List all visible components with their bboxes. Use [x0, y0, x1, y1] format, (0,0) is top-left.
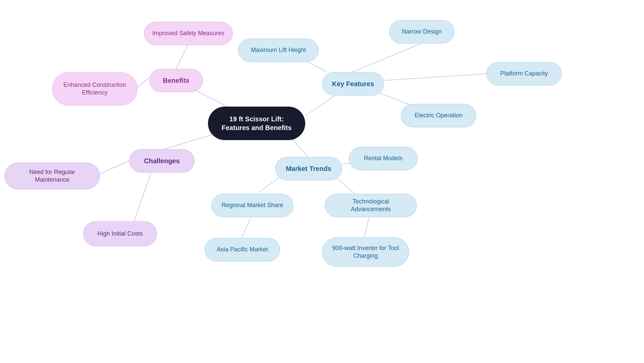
- market-trends-node[interactable]: Market Trends: [275, 157, 342, 180]
- svg-line-10: [384, 74, 486, 80]
- platform-capacity-node[interactable]: Platform Capacity: [486, 62, 562, 85]
- electric-operation-node[interactable]: Electric Operation: [401, 104, 476, 127]
- svg-line-5: [136, 77, 149, 89]
- svg-line-9: [352, 44, 421, 72]
- improved-safety-node[interactable]: Improved Safety Measures: [144, 22, 233, 45]
- enhanced-construction-node[interactable]: Enhanced Construction Efficiency: [52, 72, 138, 106]
- high-initial-costs-node[interactable]: High Initial Costs: [83, 221, 157, 246]
- maximum-lift-node[interactable]: Maximum Lift Height: [238, 39, 319, 62]
- svg-line-16: [364, 218, 369, 238]
- asia-pacific-node[interactable]: Asia Pacific Market: [205, 238, 280, 261]
- challenges-node[interactable]: Challenges: [129, 149, 195, 173]
- regional-market-node[interactable]: Regional Market Share: [211, 194, 293, 217]
- narrow-design-node[interactable]: Narrow Design: [389, 20, 454, 44]
- inverter-node[interactable]: 900-watt Inverter for Tool Charging: [322, 237, 409, 267]
- tech-advancements-node[interactable]: Technological Advancements: [325, 194, 417, 217]
- svg-line-6: [99, 159, 132, 174]
- regular-maintenance-node[interactable]: Need for Regular Maintenance: [4, 163, 100, 189]
- key-features-node[interactable]: Key Features: [322, 72, 384, 96]
- svg-line-4: [176, 45, 188, 69]
- rental-models-node[interactable]: Rental Models: [349, 147, 418, 170]
- benefits-node[interactable]: Benefits: [149, 69, 203, 92]
- svg-line-7: [134, 173, 151, 221]
- svg-line-15: [241, 216, 252, 238]
- center-node[interactable]: 19 ft Scissor Lift: Features and Benefit…: [208, 107, 305, 140]
